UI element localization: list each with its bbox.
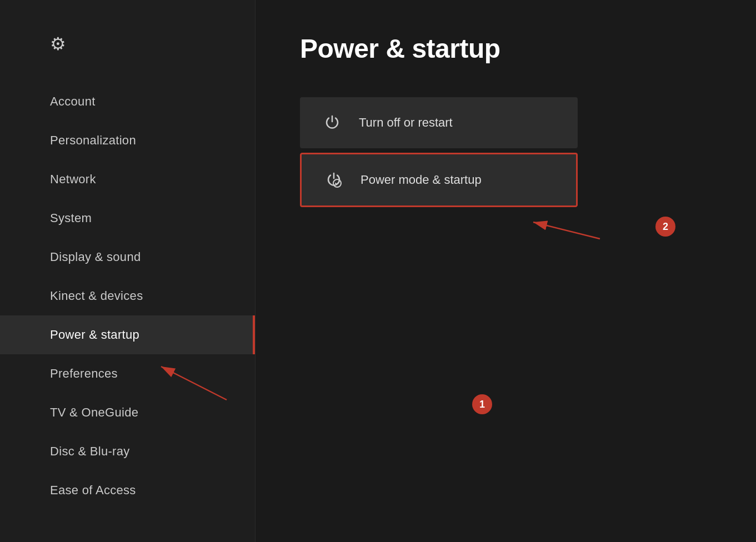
sidebar-gear-icon: ⚙ — [0, 33, 255, 82]
main-content: Power & startup Turn off or restart — [256, 0, 756, 542]
sidebar-item-kinect-devices[interactable]: Kinect & devices — [0, 277, 255, 315]
settings-list: Turn off or restart Power mode & startup — [300, 97, 578, 207]
sidebar-item-network[interactable]: Network — [0, 160, 255, 199]
sidebar: ⚙ Account Personalization Network System… — [0, 0, 256, 542]
annotation-badge-1: 1 — [472, 394, 492, 414]
sidebar-item-tv-oneguide[interactable]: TV & OneGuide — [0, 393, 255, 432]
badge-2: 2 — [655, 217, 675, 237]
sidebar-navigation: Account Personalization Network System D… — [0, 82, 255, 510]
page-title: Power & startup — [300, 33, 712, 64]
annotation-badge-2: 2 — [655, 217, 675, 237]
turn-off-restart-label: Turn off or restart — [359, 116, 453, 130]
sidebar-item-ease-of-access[interactable]: Ease of Access — [0, 471, 255, 510]
power-mode-icon — [324, 171, 344, 189]
power-mode-icon-svg — [325, 171, 343, 189]
sidebar-item-power-startup[interactable]: Power & startup — [0, 315, 255, 354]
sidebar-item-system[interactable]: System — [0, 199, 255, 238]
power-icon — [322, 114, 342, 132]
sidebar-item-disc-bluray[interactable]: Disc & Blu-ray — [0, 432, 255, 471]
svg-line-4 — [533, 222, 600, 239]
power-icon-svg — [323, 114, 341, 132]
power-mode-startup-item[interactable]: Power mode & startup — [300, 153, 578, 207]
power-mode-startup-label: Power mode & startup — [361, 173, 482, 187]
turn-off-restart-item[interactable]: Turn off or restart — [300, 97, 578, 148]
sidebar-item-account[interactable]: Account — [0, 82, 255, 121]
gear-icon: ⚙ — [50, 34, 66, 54]
sidebar-item-preferences[interactable]: Preferences — [0, 354, 255, 393]
sidebar-item-display-sound[interactable]: Display & sound — [0, 238, 255, 277]
badge-1: 1 — [472, 394, 492, 414]
sidebar-item-personalization[interactable]: Personalization — [0, 121, 255, 160]
